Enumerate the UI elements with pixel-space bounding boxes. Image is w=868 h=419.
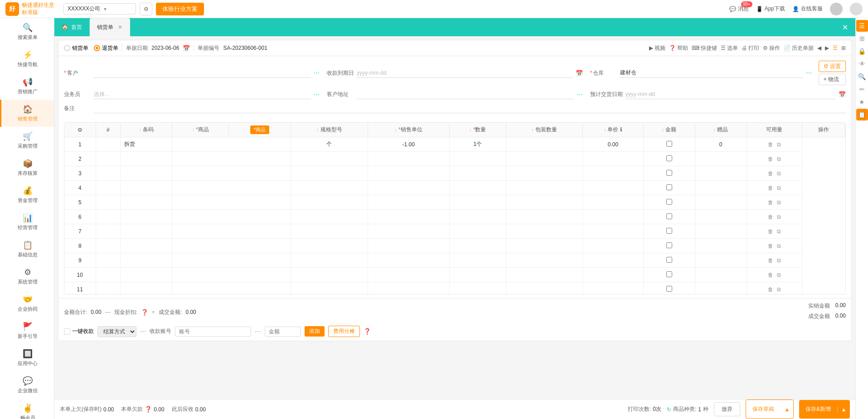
cell-qty-6[interactable]: [368, 224, 449, 239]
delete-icon-10[interactable]: 🗑: [768, 286, 773, 293]
cell-qty-4[interactable]: [368, 195, 449, 210]
tab-sales-order[interactable]: 销货单 ✕: [90, 18, 130, 36]
cell-qty-10[interactable]: [368, 282, 449, 295]
cell-pkgqty-6[interactable]: [449, 224, 506, 239]
sidebar-item-finance[interactable]: 💰 资金管理: [0, 181, 54, 208]
avatar-secondary[interactable]: [850, 3, 863, 15]
cell-price-9[interactable]: [506, 268, 583, 282]
sidebar-item-system[interactable]: ⚙ 系统管理: [0, 263, 54, 290]
cell-unit-6[interactable]: [291, 224, 368, 239]
cell-unit-1[interactable]: [291, 152, 368, 166]
cell-gift-3[interactable]: [643, 181, 695, 195]
cell-unit-9[interactable]: [291, 268, 368, 282]
cell-price-1[interactable]: [506, 152, 583, 166]
delete-icon-3[interactable]: 🗑: [768, 185, 773, 191]
cell-qty-3[interactable]: [368, 181, 449, 195]
cell-barcode-3[interactable]: [96, 181, 121, 195]
sidebar-item-inventory[interactable]: 📦 库存核算: [0, 154, 54, 181]
date-calendar-icon[interactable]: 📅: [183, 45, 190, 52]
salesperson-input[interactable]: [94, 90, 311, 99]
cell-barcode-4[interactable]: [96, 195, 121, 210]
cell-pkgqty-8[interactable]: [449, 253, 506, 268]
delete-icon-7[interactable]: 🗑: [768, 243, 773, 249]
delete-icon-5[interactable]: 🗑: [768, 214, 773, 220]
trial-button[interactable]: 体验行业方案: [156, 3, 204, 15]
cell-gift-2[interactable]: [643, 166, 695, 181]
cell-barcode-2[interactable]: [96, 166, 121, 181]
copy-icon-2[interactable]: ⧉: [777, 170, 781, 177]
cell-gift-10[interactable]: [643, 282, 695, 295]
cell-pkgqty-2[interactable]: [449, 166, 506, 181]
cell-goods-5[interactable]: [121, 210, 172, 224]
cell-goods-10[interactable]: [121, 282, 172, 295]
address-dots-icon[interactable]: ···: [577, 91, 582, 99]
cell-qty-2[interactable]: [368, 166, 449, 181]
warehouse-input[interactable]: [620, 68, 804, 78]
sidebar-item-appstore[interactable]: 🔲 应用中心: [0, 344, 54, 371]
add-button[interactable]: 添加: [305, 326, 325, 337]
cell-amount-7[interactable]: [583, 239, 643, 253]
cell-barcode-9[interactable]: [96, 268, 121, 282]
action-print[interactable]: 🖨 打印: [742, 44, 759, 52]
cell-unit-3[interactable]: [291, 181, 368, 195]
cell-price-8[interactable]: [506, 253, 583, 268]
cell-pkgqty-1[interactable]: [449, 152, 506, 166]
salesperson-dots-icon[interactable]: ···: [314, 91, 320, 99]
one-click-payment-checkbox[interactable]: 一键收款: [64, 327, 94, 335]
cell-price-5[interactable]: [506, 210, 583, 224]
customer-dots-icon[interactable]: ···: [314, 69, 320, 77]
cell-pkgqty-9[interactable]: [449, 268, 506, 282]
cell-amount-8[interactable]: [583, 253, 643, 268]
cell-goods-7[interactable]: [121, 239, 172, 253]
cell-gift-4[interactable]: [643, 195, 695, 210]
app-download-button[interactable]: 📱 App下载: [756, 5, 785, 13]
gift-checkbox-10[interactable]: [666, 286, 672, 292]
cell-barcode-5[interactable]: [96, 210, 121, 224]
calc-dots-icon[interactable]: ···: [140, 327, 146, 336]
right-tool-eye[interactable]: 👁: [856, 58, 868, 70]
sidebar-item-member[interactable]: ✌ 畅会员: [0, 399, 54, 419]
col-config[interactable]: ⚙: [64, 123, 96, 137]
gift-checkbox-7[interactable]: [666, 242, 672, 248]
gift-checkbox-2[interactable]: [666, 170, 672, 176]
amount-input[interactable]: [265, 327, 301, 337]
cell-amount-9[interactable]: [583, 268, 643, 282]
cell-goods-2[interactable]: [121, 166, 172, 181]
cell-amount-0[interactable]: 0.00: [583, 137, 643, 152]
delete-icon-0[interactable]: 🗑: [768, 141, 773, 148]
right-tool-grid-view[interactable]: ⊞: [856, 33, 868, 44]
cell-goods-0[interactable]: 拆货: [121, 137, 172, 152]
tab-home[interactable]: 🏠 首页: [54, 18, 90, 36]
cell-pkgqty-3[interactable]: [449, 181, 506, 195]
cell-unit-10[interactable]: [291, 282, 368, 295]
cell-qty-1[interactable]: [368, 152, 449, 166]
sidebar-item-operations[interactable]: 📊 经营管理: [0, 208, 54, 236]
copy-icon-8[interactable]: ⧉: [777, 257, 781, 264]
cell-amount-2[interactable]: [583, 166, 643, 181]
cell-unit-2[interactable]: [291, 166, 368, 181]
action-history[interactable]: 📄 历史单据: [784, 44, 814, 52]
sidebar-item-shortcut[interactable]: ⚡ 快捷导航: [0, 45, 54, 72]
company-selector[interactable]: XXXXXX公司 ▾: [63, 3, 136, 14]
view-grid-icon[interactable]: ⊞: [841, 45, 846, 51]
cell-amount-5[interactable]: [583, 210, 643, 224]
logistics-button[interactable]: + 物流: [819, 74, 846, 85]
calc-method-select[interactable]: 结算方式: [97, 326, 136, 337]
cell-price-6[interactable]: [506, 224, 583, 239]
settings-button[interactable]: ⚙ 设置: [819, 61, 846, 72]
sidebar-item-search[interactable]: 🔍 搜索菜单: [0, 18, 54, 45]
right-tool-search[interactable]: 🔍: [856, 71, 868, 82]
delete-icon-6[interactable]: 🗑: [768, 228, 773, 235]
cell-pkgqty-10[interactable]: [449, 282, 506, 295]
delete-icon-2[interactable]: 🗑: [768, 170, 773, 177]
delivery-calendar-icon[interactable]: 📅: [839, 91, 846, 98]
gift-checkbox-5[interactable]: [666, 213, 672, 219]
copy-icon-1[interactable]: ⧉: [777, 156, 781, 162]
discount-info-icon[interactable]: ❓: [141, 309, 148, 316]
customer-address-input[interactable]: [357, 90, 574, 99]
right-tool-edit[interactable]: ✏: [856, 83, 868, 95]
save-draft-arrow-icon[interactable]: ▲: [781, 406, 793, 413]
tab-close-icon[interactable]: ✕: [118, 24, 122, 30]
cell-unit-5[interactable]: [291, 210, 368, 224]
copy-icon-6[interactable]: ⧉: [777, 228, 781, 235]
